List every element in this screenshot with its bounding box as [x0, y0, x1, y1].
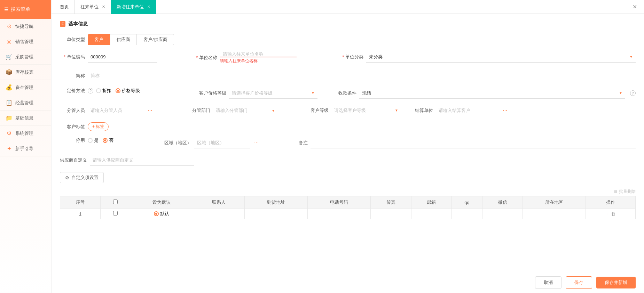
- sidebar-item-quick-nav[interactable]: ⊙快捷导航: [0, 19, 51, 34]
- table-header-cell: qq: [451, 196, 482, 209]
- disabled-label: 停用: [60, 137, 85, 144]
- add-tag-btn[interactable]: + 标签: [88, 122, 109, 131]
- region-input[interactable]: [194, 137, 250, 148]
- sidebar-item-inventory[interactable]: 📦库存核算: [0, 65, 51, 80]
- sidebar-item-operation[interactable]: 📋经营管理: [0, 95, 51, 111]
- tab-new-partner[interactable]: 新增往来单位✕: [111, 0, 156, 14]
- tab-label-new-partner: 新增往来单位: [117, 4, 144, 10]
- department-input[interactable]: [213, 105, 269, 116]
- table-header-cell: 联系人: [193, 196, 245, 209]
- custom-settings-btn[interactable]: ⚙ 自定义项设置: [60, 172, 104, 183]
- customer-price-level-arrow: ▼: [311, 91, 315, 95]
- unit-category-arrow: ▼: [629, 55, 633, 59]
- sidebar-search[interactable]: ☰ 搜索菜单: [0, 3, 51, 15]
- disabled-radio-group: 是 否: [88, 137, 113, 144]
- short-name-label: 简称: [60, 73, 85, 79]
- pricing-radio-group: 折扣 价格等级: [96, 88, 140, 94]
- payment-terms-arrow: ▼: [619, 91, 622, 95]
- custom-settings-label: 自定义项设置: [71, 174, 99, 181]
- disabled-no-option[interactable]: 否: [103, 137, 113, 144]
- table-header-cell: 传真: [371, 196, 411, 209]
- disabled-yes-option[interactable]: 是: [88, 137, 99, 144]
- pricing-discount-option[interactable]: 折扣: [96, 88, 111, 94]
- cancel-button[interactable]: 取消: [535, 276, 561, 289]
- table-header-cell: [101, 196, 130, 209]
- tab-close-new-partner[interactable]: ✕: [147, 5, 150, 9]
- type-btn-customer[interactable]: 客户: [88, 34, 110, 45]
- sidebar-label-sales: 销售管理: [15, 39, 33, 45]
- customer-level-label: 客户等级: [304, 107, 329, 114]
- default-radio[interactable]: [154, 211, 159, 216]
- price-level-label: 价格等级: [122, 88, 140, 94]
- settlement-unit-input[interactable]: [436, 105, 498, 116]
- pricing-help-icon[interactable]: ?: [88, 88, 93, 93]
- table-header-cell: 操作: [586, 196, 636, 209]
- row-cell-联系人: [193, 209, 245, 219]
- batch-delete-btn[interactable]: 🗑 批量删除: [60, 189, 636, 195]
- table-header-cell: 序号: [60, 196, 101, 209]
- discount-radio: [96, 88, 101, 93]
- operation-icon: 📋: [6, 99, 13, 106]
- row-checkbox[interactable]: [113, 211, 118, 215]
- unit-code-input[interactable]: [88, 51, 157, 63]
- type-btn-both[interactable]: 客户/供应商: [137, 34, 174, 45]
- search-icon: ☰: [4, 7, 9, 12]
- row-add-btn[interactable]: +: [606, 211, 608, 217]
- table-header-cell: 到货地址: [245, 196, 308, 209]
- payment-help-icon[interactable]: ?: [630, 90, 636, 96]
- region-more-btn[interactable]: ···: [253, 140, 260, 146]
- customer-price-level-select[interactable]: 请选择客户价格等级 ▼: [229, 88, 317, 99]
- default-label: 默认: [160, 211, 169, 217]
- select-all-checkbox[interactable]: [113, 200, 118, 204]
- sidebar-label-inventory: 库存核算: [15, 69, 33, 75]
- close-all-icon[interactable]: ✕: [628, 3, 641, 10]
- table-header-cell: 微信: [482, 196, 523, 209]
- remark-input[interactable]: [311, 137, 636, 148]
- sidebar-label-quick-nav: 快捷导航: [15, 23, 33, 30]
- manager-more-btn[interactable]: ···: [146, 107, 154, 114]
- sidebar-label-operation: 经营管理: [15, 100, 33, 106]
- payment-terms-label: 收款条件: [331, 90, 356, 96]
- custom-settings-container: ⚙ 自定义项设置: [60, 172, 636, 183]
- row-cell-微信: [482, 209, 523, 219]
- sidebar-item-purchase[interactable]: 🛒采购管理: [0, 49, 51, 65]
- payment-terms-select[interactable]: 现结 ▼: [359, 88, 625, 99]
- save-new-button[interactable]: 保存并新增: [596, 277, 636, 288]
- row-cell-电话号码: [308, 209, 371, 219]
- pricing-level-option[interactable]: 价格等级: [116, 88, 140, 94]
- sidebar-label-guide: 新手引导: [15, 146, 33, 152]
- row-cell-传真: [371, 209, 411, 219]
- type-btn-supplier[interactable]: 供应商: [110, 34, 137, 45]
- supplier-custom-input[interactable]: [90, 155, 194, 166]
- disabled-no-label: 否: [109, 137, 113, 144]
- unit-name-input[interactable]: [220, 51, 297, 57]
- main-area: 首页往来单位✕新增往来单位✕ ✕ F 基本信息 单位类型 客户供应商客户/供应商…: [52, 0, 644, 293]
- sales-icon: ◎: [6, 38, 13, 45]
- unit-type-row: 单位类型 客户供应商客户/供应商: [60, 34, 636, 45]
- sidebar-item-basic[interactable]: 📁基础信息: [0, 111, 51, 126]
- tab-home[interactable]: 首页: [54, 0, 75, 14]
- customer-level-arrow: ▼: [395, 108, 398, 112]
- tab-partners[interactable]: 往来单位✕: [75, 0, 111, 14]
- save-button[interactable]: 保存: [566, 276, 592, 289]
- footer: 取消 保存 保存并新增: [52, 272, 644, 293]
- settlement-unit-more-btn[interactable]: ···: [501, 107, 509, 114]
- sidebar-item-system[interactable]: ⚙系统管理: [0, 126, 51, 141]
- short-name-input[interactable]: [88, 70, 157, 81]
- customer-tag-label: 客户标签: [60, 124, 85, 130]
- sidebar: ☰ 搜索菜单 ⊙快捷导航◎销售管理🛒采购管理📦库存核算💰资金管理📋经营管理📁基础…: [0, 0, 52, 293]
- tab-close-partners[interactable]: ✕: [102, 5, 105, 9]
- sidebar-item-sales[interactable]: ◎销售管理: [0, 34, 51, 49]
- row-delete-btn[interactable]: 🗑: [611, 211, 615, 217]
- short-name-row: 简称: [60, 70, 636, 81]
- unit-category-select[interactable]: 未分类 ▼: [366, 51, 636, 63]
- customer-level-placeholder: 请选择客户等级: [334, 107, 366, 114]
- basic-icon: 📁: [6, 115, 13, 121]
- sidebar-item-guide[interactable]: ✦新手引导: [0, 141, 51, 156]
- type-buttons: 客户供应商客户/供应商: [88, 34, 174, 45]
- region-label: 区域（地区）: [164, 140, 191, 146]
- customer-level-select[interactable]: 请选择客户等级 ▼: [331, 105, 401, 116]
- sidebar-label-basic: 基础信息: [15, 115, 33, 121]
- manager-input[interactable]: [88, 105, 143, 116]
- sidebar-item-finance[interactable]: 💰资金管理: [0, 80, 51, 95]
